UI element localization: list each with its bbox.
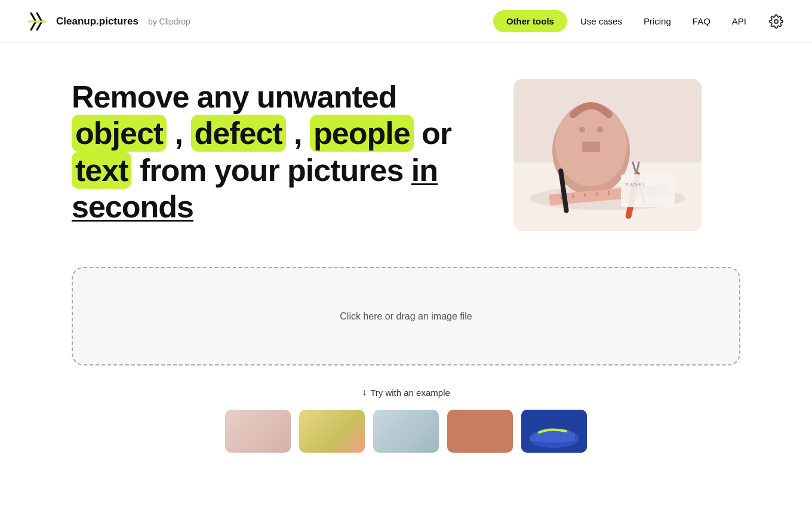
brand-name: Cleanup.pictures xyxy=(56,16,139,27)
hero-heading: Remove any unwanted object , defect , pe… xyxy=(72,79,478,225)
example-thumb-bag[interactable] xyxy=(225,410,291,453)
try-example-text: Try with an example xyxy=(370,388,450,398)
svg-text:YUZEF1: YUZEF1 xyxy=(625,182,645,188)
nav-link-api[interactable]: API xyxy=(724,11,755,31)
upload-dropzone[interactable]: Click here or drag an image file xyxy=(72,267,740,365)
logo-icon xyxy=(24,8,50,35)
hero-word-defect: defect xyxy=(191,115,286,152)
svg-point-2 xyxy=(774,20,778,23)
example-thumbnails xyxy=(225,410,587,453)
svg-line-13 xyxy=(597,192,598,196)
svg-point-21 xyxy=(579,127,585,133)
hero-text: Remove any unwanted object , defect , pe… xyxy=(72,79,478,225)
hero-section: Remove any unwanted object , defect , pe… xyxy=(0,43,812,255)
hero-line1: Remove any unwanted xyxy=(72,79,396,114)
svg-line-10 xyxy=(561,195,562,199)
svg-line-11 xyxy=(573,194,574,198)
upload-section: Click here or drag an image file xyxy=(0,267,812,365)
hero-image: YUZEF1 xyxy=(513,79,702,231)
svg-line-14 xyxy=(608,191,609,195)
navbar: Cleanup.pictures by Clipdrop Other tools… xyxy=(0,0,812,43)
hero-word-object: object xyxy=(72,115,167,152)
hero-line-end: from your pictures xyxy=(131,153,411,188)
example-thumb-desk[interactable] xyxy=(299,410,365,453)
hero-comma1: , xyxy=(167,116,183,150)
svg-point-22 xyxy=(597,127,603,133)
try-example-label: ↓ Try with an example xyxy=(362,387,450,398)
hero-image-art: YUZEF1 xyxy=(513,79,702,231)
other-tools-button[interactable]: Other tools xyxy=(493,10,567,32)
logo-link[interactable]: Cleanup.pictures by Clipdrop xyxy=(24,8,190,35)
example-thumb-jacket[interactable] xyxy=(447,410,513,453)
example-thumb-shoe[interactable] xyxy=(521,410,587,453)
nav-link-pricing[interactable]: Pricing xyxy=(635,11,679,31)
hero-or: or xyxy=(422,116,451,150)
examples-section: ↓ Try with an example xyxy=(0,387,812,453)
settings-button[interactable] xyxy=(764,10,788,33)
nav-link-use-cases[interactable]: Use cases xyxy=(572,11,630,31)
svg-rect-19 xyxy=(621,174,675,207)
nav-links: Other tools Use cases Pricing FAQ API xyxy=(493,10,788,33)
arrow-down-icon: ↓ xyxy=(362,387,367,398)
hero-word-text: text xyxy=(72,152,131,189)
example-thumb-room[interactable] xyxy=(373,410,439,453)
svg-rect-8 xyxy=(582,142,600,152)
hero-word-people: people xyxy=(310,115,414,152)
gear-icon xyxy=(769,14,783,29)
nav-link-faq[interactable]: FAQ xyxy=(684,11,719,31)
brand-by: by Clipdrop xyxy=(148,17,190,26)
shoe-icon xyxy=(521,410,587,453)
upload-label: Click here or drag an image file xyxy=(340,311,472,322)
hero-comma2: , xyxy=(286,116,302,150)
svg-line-12 xyxy=(585,193,586,197)
